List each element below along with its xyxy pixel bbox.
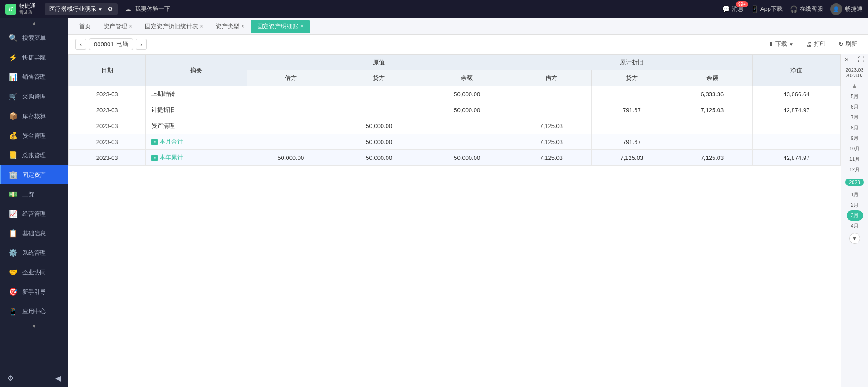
prev-asset-btn[interactable]: ‹ [75,39,86,50]
collapse-sidebar-icon[interactable]: ◀ [55,374,61,382]
sidebar-item-payroll[interactable]: 💵 工资 [0,184,68,204]
cell-date: 2023-03 [69,102,146,118]
sidebar-item-inventory[interactable]: 📦 库存核算 [0,106,68,126]
download-btn[interactable]: ⬇ 下载 ▼ [765,39,797,50]
dropdown-icon: ▼ [789,42,794,47]
cell-net-value: 42,874.97 [752,150,840,166]
sidebar-item-ledger[interactable]: 📒 总账管理 [0,145,68,165]
search-icon: 🔍 [9,34,18,42]
sidebar-scroll-down[interactable]: ▼ [0,321,68,331]
tab-close-asset-mgmt[interactable]: × [129,23,132,30]
sidebar-item-guide[interactable]: 🎯 新手引导 [0,282,68,302]
table-row: 2023-03 ≡本月合计 50,000.00 7,125.03 791.67 [69,134,841,150]
table-row: 2023-03 资产清理 50,000.00 7,125.03 [69,118,841,134]
timeline-month-3[interactable]: 3月 [847,210,863,221]
avatar: 👤 [830,3,842,15]
timeline-month-12[interactable]: 12月 [841,164,868,175]
toolbar: ‹ 000001 电脑 › ⬇ 下载 ▼ 🖨 打印 ↻ [68,35,868,54]
sidebar-item-capital[interactable]: 💰 资金管理 [0,126,68,145]
toolbar-right: ⬇ 下载 ▼ 🖨 打印 ↻ 刷新 [765,39,861,50]
tab-asset-ledger[interactable]: 固定资产明细账 × [251,20,310,33]
asset-code-box: 000001 电脑 [89,38,133,50]
sidebar-item-sales[interactable]: 📊 销售管理 [0,67,68,87]
sidebar-scroll-up[interactable]: ▲ [0,18,68,28]
col-net-value: 净值 [752,55,840,86]
enterprise-selector[interactable]: 医疗器械行业演示 ▼ ⚙ [45,3,118,15]
sidebar-item-app-center[interactable]: 📱 应用中心 [0,302,68,321]
cell-summary: 计提折旧 [146,102,247,118]
settings-icon[interactable]: ⚙ [7,374,14,382]
cell-summary: 上期结转 [146,86,247,102]
cell-orig-balance [423,118,511,134]
timeline-down-btn[interactable]: ▼ [849,233,860,244]
experience-btn[interactable]: ☁ 我要体验一下 [125,5,170,13]
download-icon: ⬇ [769,41,774,48]
timeline-month-7[interactable]: 7月 [841,112,868,123]
col-dep-credit: 贷方 [591,70,672,86]
col-orig-debit: 借方 [247,70,335,86]
timeline-month-2[interactable]: 2月 [841,200,868,210]
purchase-icon: 🛒 [9,92,18,101]
cell-date: 2023-03 [69,118,146,134]
col-accumulated-dep: 累计折旧 [511,55,752,70]
sidebar-item-search-menu[interactable]: 🔍 搜索菜单 [0,28,68,48]
user-profile[interactable]: 👤 畅捷通 [830,3,863,15]
table-row: 2023-03 计提折旧 50,000.00 791.67 7,125.03 4… [69,102,841,118]
gear-icon[interactable]: ⚙ [107,5,113,13]
sidebar-item-collab[interactable]: 🤝 企业协同 [0,263,68,282]
timeline-month-1[interactable]: 1月 [841,189,868,200]
refresh-btn[interactable]: ↻ 刷新 [835,39,861,50]
notice-badge: 99+ [736,1,748,7]
sidebar-bottom: ⚙ ◀ [0,369,68,387]
collab-icon: 🤝 [9,268,18,277]
sidebar-item-purchase[interactable]: 🛒 采购管理 [0,87,68,106]
timeline-month-11[interactable]: 11月 [841,154,868,164]
tab-asset-mgmt[interactable]: 资产管理 × [97,20,139,33]
timeline-close-btn[interactable]: × [844,56,849,63]
table-row: 2023-03 上期结转 50,000.00 6,333.36 43,666.6… [69,86,841,102]
tab-home[interactable]: 首页 [73,20,97,33]
cell-dep-debit: 7,125.03 [511,150,591,166]
cell-orig-balance: 50,000.00 [423,86,511,102]
cell-orig-balance: 50,000.00 [423,150,511,166]
cell-orig-credit: 50,000.00 [335,118,423,134]
timeline-expand-btn[interactable]: ⛶ [857,56,865,63]
sidebar-item-system[interactable]: ⚙️ 系统管理 [0,243,68,263]
tab-asset-type[interactable]: 资产类型 × [209,20,251,33]
cell-summary: ≡本年累计 [146,150,247,166]
sidebar-item-fixed-assets[interactable]: 🏢 固定资产 [0,165,68,184]
asset-ledger-table: 日期 摘要 原值 累计折旧 净值 借方 贷方 余额 借方 贷方 余额 [68,54,841,166]
timeline-year-badge[interactable]: 2023 [845,179,863,186]
timeline-month-8[interactable]: 8月 [841,123,868,133]
cell-dep-credit [591,118,672,134]
chevron-down-icon: ▼ [98,7,103,12]
tab-close-depreciation[interactable]: × [200,23,203,30]
content-area: 首页 资产管理 × 固定资产折旧统计表 × 资产类型 × 固定资产明细账 × ‹ [68,18,868,387]
cell-dep-debit [511,102,591,118]
app-download-btn[interactable]: 📱 App下载 [751,5,783,13]
notice-btn[interactable]: 💬 消息 99+ [722,5,744,13]
timeline-month-10[interactable]: 10月 [841,144,868,154]
tab-close-asset-type[interactable]: × [241,23,244,30]
timeline-section-current: 1月 2月 3月 4月 [841,189,868,231]
tab-depreciation-stat[interactable]: 固定资产折旧统计表 × [139,20,209,33]
app-center-icon: 📱 [9,307,18,316]
next-asset-btn[interactable]: › [136,39,147,50]
sidebar-item-operations[interactable]: 📈 经营管理 [0,204,68,223]
sidebar-item-quick-nav[interactable]: ⚡ 快捷导航 [0,48,68,67]
service-btn[interactable]: 🎧 在线客服 [790,5,823,13]
inventory-icon: 📦 [9,112,18,120]
timeline-up-btn[interactable]: ▲ [841,80,868,91]
sidebar-item-basic-info[interactable]: 📋 基础信息 [0,223,68,243]
timeline-month-4[interactable]: 4月 [841,221,868,231]
tab-close-asset-ledger[interactable]: × [300,23,303,30]
fixed-assets-icon: 🏢 [9,170,18,179]
timeline-month-5[interactable]: 5月 [841,91,868,102]
sales-icon: 📊 [9,73,18,81]
cell-orig-credit: 50,000.00 [335,150,423,166]
timeline-month-9[interactable]: 9月 [841,133,868,144]
print-btn[interactable]: 🖨 打印 [803,39,829,50]
timeline-month-6[interactable]: 6月 [841,102,868,112]
toolbar-nav: ‹ 000001 电脑 › [75,38,147,50]
timeline-year-section: 2023 [841,175,868,189]
